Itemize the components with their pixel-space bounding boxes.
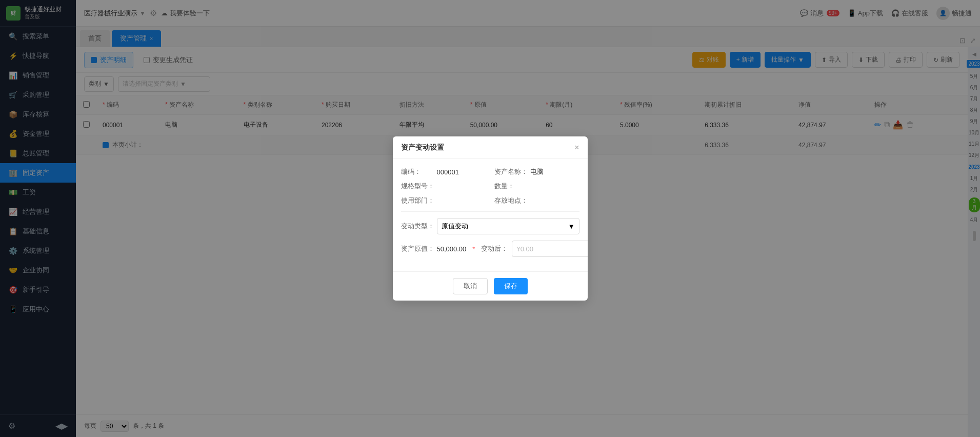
change-type-select[interactable]: 原值变动 ▼ (437, 218, 579, 234)
after-label: 变动后： (481, 244, 508, 253)
spec-label: 规格型号： (401, 182, 437, 191)
location-label: 存放地点： (494, 196, 530, 205)
dialog-close-btn[interactable]: × (574, 143, 579, 152)
original-value-label: 资产原值： (401, 244, 437, 253)
value-row: 资产原值： 50,000.00 * 变动后： (401, 241, 579, 257)
value-input-group: 50,000.00 * 变动后： (437, 241, 588, 257)
dialog-footer: 取消 保存 (393, 271, 588, 301)
after-value-input[interactable] (512, 241, 587, 257)
change-type-label: 变动类型： (401, 222, 437, 231)
change-type-row: 变动类型： 原值变动 ▼ (401, 218, 579, 234)
name-label: 资产名称： (494, 167, 530, 176)
quantity-label: 数量： (494, 182, 530, 191)
save-button[interactable]: 保存 (494, 278, 528, 294)
dialog-row-dept: 使用部门： 存放地点： (401, 196, 579, 205)
dialog-title: 资产变动设置 (401, 143, 444, 152)
dialog-row-spec: 规格型号： 数量： (401, 182, 579, 191)
dialog-divider (401, 211, 579, 212)
name-value: 电脑 (530, 167, 579, 176)
dialog-header: 资产变动设置 × (393, 136, 588, 159)
modal-overlay[interactable]: 资产变动设置 × 编码： 000001 资产名称： 电脑 规格型号： 数量： 使… (0, 0, 980, 437)
dept-label: 使用部门： (401, 196, 437, 205)
cancel-button[interactable]: 取消 (453, 278, 488, 294)
original-value-display: 50,000.00 (437, 245, 467, 253)
code-value: 000001 (437, 168, 486, 176)
asset-change-dialog: 资产变动设置 × 编码： 000001 资产名称： 电脑 规格型号： 数量： 使… (393, 136, 588, 301)
change-type-chevron-icon: ▼ (568, 223, 575, 230)
dialog-body: 编码： 000001 资产名称： 电脑 规格型号： 数量： 使用部门： 存放地点… (393, 159, 588, 271)
dialog-row-code: 编码： 000001 资产名称： 电脑 (401, 167, 579, 176)
code-label: 编码： (401, 167, 437, 176)
required-star: * (472, 245, 475, 253)
